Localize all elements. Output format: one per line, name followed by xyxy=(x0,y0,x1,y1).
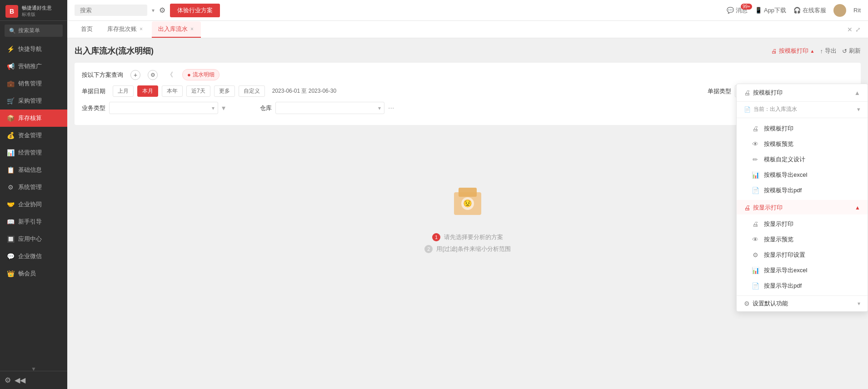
message-button[interactable]: 💬 消息 99+ xyxy=(727,6,748,15)
tab-flow[interactable]: 出入库流水 × xyxy=(152,21,201,38)
app-name: 畅捷通好生意 标准版 xyxy=(22,5,52,18)
print-item-display-print[interactable]: 🖨 按显示打印 xyxy=(737,216,868,232)
print-dropdown-collapse-button[interactable]: ▲ xyxy=(854,90,860,96)
basic-icon: 📋 xyxy=(6,166,15,174)
warehouse-more-button[interactable]: ··· xyxy=(388,104,394,112)
biz-type-select[interactable] xyxy=(109,102,218,114)
tab-flow-close[interactable]: × xyxy=(190,26,195,32)
logo-icon: B xyxy=(5,5,18,18)
svg-rect-1 xyxy=(459,188,477,197)
wechat-icon: 💬 xyxy=(6,253,15,260)
date-last-month[interactable]: 上月 xyxy=(113,85,134,97)
refresh-button[interactable]: ↺ 刷新 xyxy=(842,47,861,55)
display-items-section: 🖨 按显示打印 👁 按显示预览 ⚙ 按显示打印设置 📊 按显示导出excel 📄 xyxy=(737,214,868,295)
app-download-button[interactable]: 📱 App下载 xyxy=(755,6,786,15)
filter-collapse-button[interactable]: 《 xyxy=(165,70,175,80)
sidebar-item-wechat[interactable]: 💬 企业微信 xyxy=(0,248,67,265)
tab-batch-account-close[interactable]: × xyxy=(139,26,144,32)
purchase-icon: 🛒 xyxy=(6,97,15,105)
sidebar-item-basic[interactable]: 📋 基础信息 xyxy=(0,161,67,179)
sidebar-item-finance[interactable]: 💰 资金管理 xyxy=(0,127,67,144)
display-print-icon: 🖨 xyxy=(744,204,750,211)
print-item-template-print[interactable]: 🖨 按模板打印 xyxy=(737,121,868,136)
user-avatar[interactable] xyxy=(833,4,846,17)
export-icon: ↑ xyxy=(820,48,823,55)
print-item-display-settings[interactable]: ⚙ 按显示打印设置 xyxy=(737,247,868,263)
date-this-month[interactable]: 本月 xyxy=(137,85,158,97)
print-item-display-pdf[interactable]: 📄 按显示导出pdf xyxy=(737,278,868,294)
export-button[interactable]: ↑ 导出 xyxy=(820,47,837,55)
template-preview-icon: 👁 xyxy=(751,140,759,148)
display-section-header[interactable]: 🖨 按显示打印 ▲ xyxy=(737,200,868,214)
search-input[interactable] xyxy=(75,5,147,16)
sidebar-item-sales[interactable]: 💼 销售管理 xyxy=(0,75,67,92)
print-dropdown-header: 🖨 按模板打印 ▲ xyxy=(737,84,868,102)
message-badge: 99+ xyxy=(741,4,752,10)
operations-icon: 📊 xyxy=(6,149,15,156)
print-item-template-pdf[interactable]: 📄 按模板导出pdf xyxy=(737,183,868,198)
inventory-icon: 📦 xyxy=(6,115,15,122)
settings-button[interactable]: ⚙ xyxy=(159,6,165,15)
topbar: ▾ ⚙ 体验行业方案 💬 消息 99+ 📱 App下载 🎧 在线客服 Rit xyxy=(67,0,868,21)
page-title: 出入库流水(流水明细) xyxy=(75,45,154,56)
display-section-arrow[interactable]: ▲ xyxy=(855,204,860,211)
print-item-template-excel[interactable]: 📊 按模板导出excel xyxy=(737,167,868,183)
date-more[interactable]: 更多 xyxy=(214,85,235,97)
warehouse-select-wrapper xyxy=(275,102,384,114)
tab-home[interactable]: 首页 xyxy=(75,21,99,38)
biz-type-more-button[interactable]: ▾ xyxy=(222,104,225,112)
date-label: 单据日期 xyxy=(82,87,105,95)
filter-tag[interactable]: ● 流水明细 xyxy=(182,69,219,80)
template-current-arrow[interactable]: ▾ xyxy=(857,106,860,113)
template-current-section[interactable]: 📄 当前：出入库流水 ▾ xyxy=(737,102,868,117)
sidebar-item-inventory[interactable]: 📦 库存核算 xyxy=(0,110,67,127)
template-print-icon: 🖨 xyxy=(751,125,759,132)
sidebar-item-enterprise[interactable]: 🤝 企业协同 xyxy=(0,196,67,213)
print-item-display-preview[interactable]: 👁 按显示预览 xyxy=(737,232,868,247)
empty-step-2: 2 用[过滤]条件来缩小分析范围 xyxy=(424,245,510,253)
date-last-7-days[interactable]: 近7天 xyxy=(186,85,210,97)
search-menu-button[interactable]: 🔍 搜索菜单 xyxy=(5,25,63,37)
sidebar-item-marketing[interactable]: 📢 营销推广 xyxy=(0,58,67,75)
search-dropdown-button[interactable]: ▾ xyxy=(152,7,155,14)
close-window-button[interactable]: ✕ xyxy=(847,26,853,33)
main-area: ▾ ⚙ 体验行业方案 💬 消息 99+ 📱 App下载 🎧 在线客服 Rit 首… xyxy=(67,0,868,389)
sidebar-item-guide[interactable]: 📖 新手引导 xyxy=(0,213,67,230)
content-area: 出入库流水(流水明细) 🖨 按模板打印 ▲ ↑ 导出 ↺ 刷新 xyxy=(67,38,868,389)
print-template-button[interactable]: 🖨 按模板打印 ▲ xyxy=(771,47,815,55)
print-item-template-design[interactable]: ✏ 模板自定义设计 xyxy=(737,152,868,167)
date-custom[interactable]: 自定义 xyxy=(239,85,265,97)
filter-settings-button[interactable]: ⚙ xyxy=(148,70,158,80)
collapse-sidebar-button[interactable]: ◀◀ xyxy=(15,376,25,384)
tab-batch-account[interactable]: 库存批次账 × xyxy=(101,21,150,38)
message-icon: 💬 xyxy=(727,7,734,14)
maximize-window-button[interactable]: ⤢ xyxy=(855,26,861,33)
date-this-year[interactable]: 本年 xyxy=(162,85,183,97)
print-item-display-excel[interactable]: 📊 按显示导出excel xyxy=(737,263,868,278)
template-icon: 📄 xyxy=(744,106,751,113)
system-icon: ⚙ xyxy=(6,184,15,191)
app-logo: B 畅捷通好生意 标准版 xyxy=(0,0,67,21)
warehouse-select[interactable] xyxy=(275,102,384,114)
sidebar: B 畅捷通好生意 标准版 🔍 搜索菜单 ⚡ 快捷导航 📢 营销推广 💼 销售管理… xyxy=(0,0,67,389)
sidebar-item-shortcut[interactable]: ⚡ 快捷导航 xyxy=(0,40,67,58)
filter-add-button[interactable]: + xyxy=(130,70,140,80)
sidebar-item-operations[interactable]: 📊 经营管理 xyxy=(0,144,67,161)
marketing-icon: 📢 xyxy=(6,63,15,70)
online-service-button[interactable]: 🎧 在线客服 xyxy=(793,6,826,15)
member-icon: 👑 xyxy=(6,270,15,277)
sidebar-scroll-down[interactable]: ▼ xyxy=(0,367,67,371)
industry-button[interactable]: 体验行业方案 xyxy=(170,4,220,17)
sidebar-item-system[interactable]: ⚙ 系统管理 xyxy=(0,179,67,196)
set-default-section[interactable]: ⚙ 设置默认功能 ▾ xyxy=(737,295,868,311)
print-item-template-preview[interactable]: 👁 按模板预览 xyxy=(737,136,868,152)
sidebar-item-purchase[interactable]: 🛒 采购管理 xyxy=(0,92,67,110)
print-dropdown-panel: 🖨 按模板打印 ▲ 📄 当前：出入库流水 ▾ 🖨 按模板打印 xyxy=(736,84,868,312)
sidebar-item-member[interactable]: 👑 畅会员 xyxy=(0,265,67,282)
empty-icon: 😟 xyxy=(445,179,490,224)
settings-bottom-button[interactable]: ⚙ xyxy=(5,376,11,384)
sidebar-item-apps[interactable]: 🔲 应用中心 xyxy=(0,230,67,248)
svg-text:😟: 😟 xyxy=(463,199,472,208)
username-label[interactable]: Rit xyxy=(853,7,861,14)
chevron-up-icon: ▲ xyxy=(810,49,815,54)
